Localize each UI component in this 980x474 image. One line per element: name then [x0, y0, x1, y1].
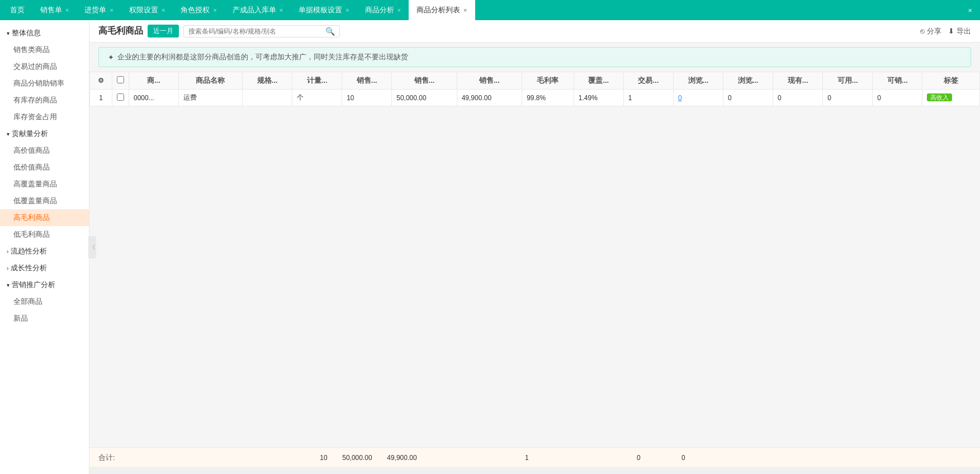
search-box: 🔍: [183, 25, 340, 37]
sidebar-item-low-coverage[interactable]: 低覆盖量商品: [0, 193, 89, 209]
col-header-sales-qty: 销售...: [342, 72, 392, 90]
search-input[interactable]: [188, 27, 325, 35]
close-permission-tab[interactable]: ×: [162, 7, 165, 13]
cell-checkbox[interactable]: [112, 90, 129, 106]
time-filter-button[interactable]: 近一月: [148, 25, 179, 37]
bottom-scrollbar[interactable]: [89, 467, 980, 474]
cell-unit: 个: [292, 90, 342, 106]
sidebar-item-high-value[interactable]: 高价值商品: [0, 142, 89, 159]
export-button[interactable]: ⬇ 导出: [948, 26, 971, 36]
col-header-settings[interactable]: ⚙: [90, 72, 112, 90]
tag-badge: 高收入: [927, 93, 952, 101]
cell-browse1[interactable]: 0: [673, 90, 723, 106]
nav-goods-analysis[interactable]: 商品分析 ×: [357, 0, 409, 20]
cell-code: 0000...: [129, 90, 179, 106]
footer-available: 0: [645, 454, 690, 462]
cell-browse2: 0: [723, 90, 773, 106]
main-layout: ▾ 整体信息 销售类商品 交易过的商品 商品分销助销率 有库存的商品 库存资金占…: [0, 20, 980, 474]
header-actions: ⎋ 分享 ⬇ 导出: [920, 26, 971, 36]
sidebar-item-all-goods[interactable]: 全部商品: [0, 293, 89, 310]
close-purchase-tab[interactable]: ×: [110, 7, 113, 13]
col-header-checkbox[interactable]: [112, 72, 129, 90]
nav-purchase[interactable]: 进货单 ×: [77, 0, 121, 20]
col-header-gross-margin: 毛利率: [522, 72, 574, 90]
close-product-inbound-tab[interactable]: ×: [280, 7, 283, 13]
sidebar-item-stock-capital[interactable]: 库存资金占用: [0, 109, 89, 125]
close-window-btn[interactable]: ×: [962, 5, 978, 15]
footer-current-stock: 0: [600, 454, 645, 462]
table-container[interactable]: ⚙ 商... 商品名称 规格... 计量... 销售... 销售... 销售..…: [89, 72, 980, 447]
sidebar-wrapper: ▾ 整体信息 销售类商品 交易过的商品 商品分销助销率 有库存的商品 库存资金占…: [0, 20, 89, 474]
footer-sales-cost: 49,900.00: [377, 454, 422, 462]
cell-tag: 高收入: [922, 90, 980, 106]
sidebar-collapse-button[interactable]: 《: [88, 236, 96, 259]
sidebar-item-high-coverage[interactable]: 高覆盖量商品: [0, 176, 89, 193]
cell-name: 运费: [178, 90, 242, 106]
cell-index: 1: [90, 90, 112, 106]
sidebar-group-contribution[interactable]: ▾ 贡献量分析: [0, 125, 89, 142]
col-header-unit: 计量...: [292, 72, 342, 90]
col-header-browse1: 浏览...: [673, 72, 723, 90]
col-header-spec: 规格...: [243, 72, 292, 90]
col-header-coverage: 覆盖...: [574, 72, 623, 90]
col-header-sellable: 可销...: [873, 72, 922, 90]
sidebar-item-low-margin[interactable]: 低毛利商品: [0, 226, 89, 243]
col-header-current-stock: 现有...: [773, 72, 823, 90]
sidebar-item-high-margin[interactable]: 高毛利商品: [0, 209, 89, 226]
cell-gross-margin: 99.8%: [522, 90, 574, 106]
page-title: 高毛利商品: [98, 25, 143, 37]
col-header-name: 商品名称: [178, 72, 242, 90]
close-template-tab[interactable]: ×: [345, 7, 349, 13]
sidebar-group-marketing[interactable]: ▾ 营销推广分析: [0, 276, 89, 293]
nav-goods-analysis-list[interactable]: 商品分析列表 ×: [409, 0, 475, 20]
nav-template[interactable]: 单据模板设置 ×: [291, 0, 357, 20]
share-icon: ⎋: [920, 27, 925, 35]
info-banner: ✦ 企业的主要的利润都是这部分商品创造的，可考虑加大推广，同时关注库存是不要出现…: [98, 47, 971, 67]
close-role-tab[interactable]: ×: [213, 7, 216, 13]
close-goods-analysis-list-tab[interactable]: ×: [463, 7, 467, 13]
footer-trade: 1: [489, 454, 533, 462]
table-header-row: ⚙ 商... 商品名称 规格... 计量... 销售... 销售... 销售..…: [90, 72, 980, 90]
col-header-sales-amount: 销售...: [392, 72, 457, 90]
data-table: ⚙ 商... 商品名称 规格... 计量... 销售... 销售... 销售..…: [89, 72, 980, 106]
sidebar-item-in-stock[interactable]: 有库存的商品: [0, 92, 89, 109]
col-header-available: 可用...: [823, 72, 873, 90]
cell-spec: [243, 90, 292, 106]
cell-sales-cost: 49,900.00: [457, 90, 522, 106]
nav-role[interactable]: 角色授权 ×: [173, 0, 224, 20]
sidebar-group-trend[interactable]: › 流趋性分析: [0, 243, 89, 260]
search-icon: 🔍: [325, 27, 335, 36]
sidebar-item-low-value[interactable]: 低价值商品: [0, 159, 89, 176]
nav-product-inbound[interactable]: 产成品入库单 ×: [225, 0, 291, 20]
sidebar-item-sales-goods[interactable]: 销售类商品: [0, 41, 89, 58]
nav-sales[interactable]: 销售单 ×: [32, 0, 77, 20]
sidebar-item-new-goods[interactable]: 新品: [0, 310, 89, 327]
sidebar-group-overall[interactable]: ▾ 整体信息: [0, 25, 89, 41]
cell-coverage: 1.49%: [574, 90, 623, 106]
row-checkbox[interactable]: [117, 93, 124, 101]
top-nav: 首页 销售单 × 进货单 × 权限设置 × 角色授权 × 产成品入库单 × 单据…: [0, 0, 980, 20]
cell-current-stock: 0: [773, 90, 823, 106]
arrow-marketing: ▾: [7, 282, 10, 288]
sidebar-group-growth[interactable]: › 成长性分析: [0, 260, 89, 276]
close-sales-tab[interactable]: ×: [65, 7, 69, 13]
info-icon: ✦: [108, 53, 114, 62]
select-all-checkbox[interactable]: [117, 76, 124, 83]
export-icon: ⬇: [948, 27, 954, 35]
close-goods-analysis-tab[interactable]: ×: [397, 7, 401, 13]
nav-home[interactable]: 首页: [2, 0, 32, 20]
footer-sales-qty: 10: [287, 454, 332, 462]
sidebar-item-traded-goods[interactable]: 交易过的商品: [0, 58, 89, 75]
sidebar-item-distribution[interactable]: 商品分销助销率: [0, 75, 89, 92]
col-header-sales-cost: 销售...: [457, 72, 522, 90]
table-body: 1 0000... 运费 个 10 50,000.00 49,900.00 99…: [90, 90, 980, 106]
cell-available: 0: [823, 90, 873, 106]
footer-label: 合计:: [98, 453, 115, 463]
cell-sellable: 0: [873, 90, 922, 106]
table-row: 1 0000... 运费 个 10 50,000.00 49,900.00 99…: [90, 90, 980, 106]
nav-permission[interactable]: 权限设置 ×: [121, 0, 173, 20]
content-area: 高毛利商品 近一月 🔍 ⎋ 分享 ⬇ 导出 ✦ 企业的主要的利润都是这部分商品创…: [89, 20, 980, 474]
cell-sales-amount: 50,000.00: [392, 90, 457, 106]
share-button[interactable]: ⎋ 分享: [920, 26, 941, 36]
col-header-code: 商...: [129, 72, 179, 90]
